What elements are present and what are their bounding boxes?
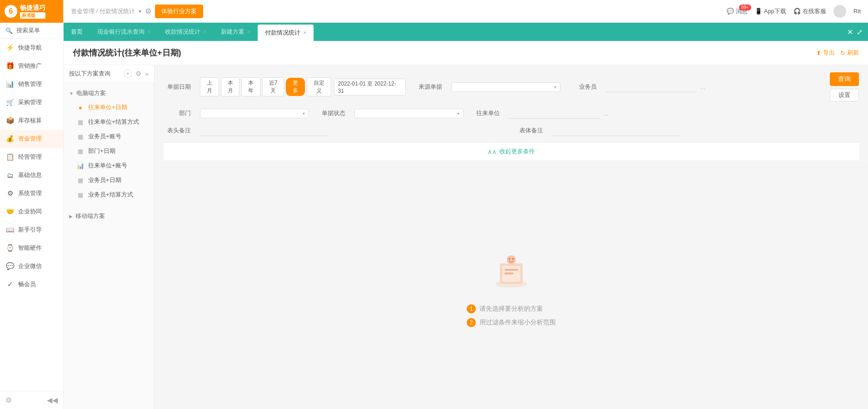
scheme-settings-icon[interactable]: ⚙ bbox=[135, 70, 141, 78]
empty-tip-1: 1 请先选择要分析的方案 bbox=[467, 304, 556, 313]
user-avatar[interactable] bbox=[833, 5, 846, 18]
app-download-btn[interactable]: 📱 App下载 bbox=[755, 7, 786, 15]
sidebar-item-quick-nav[interactable]: ⚡ 快捷导航 bbox=[0, 39, 63, 57]
close-all-tabs-icon[interactable]: ✕ bbox=[847, 28, 853, 36]
sidebar-item-marketing[interactable]: 🎁 营销推广 bbox=[0, 57, 63, 75]
date-range-display[interactable]: 2022-01-01 至 2022-12-31 bbox=[334, 79, 406, 96]
dept-select[interactable]: ▾ bbox=[200, 109, 309, 118]
tab-payment-label: 付款情况统计 bbox=[265, 29, 300, 37]
date-btn-last-month[interactable]: 上月 bbox=[200, 77, 219, 96]
scheme-item-dept-date[interactable]: ▦ 部门+日期 bbox=[64, 144, 154, 158]
sidebar-label-finance: 资金管理 bbox=[18, 135, 42, 143]
date-btn-this-year[interactable]: 本年 bbox=[241, 77, 260, 96]
salesman-dots[interactable]: ... bbox=[700, 84, 705, 91]
message-btn[interactable]: 💬 消息 99+ bbox=[727, 7, 748, 15]
dropdown-arrow-icon[interactable]: ▾ bbox=[139, 8, 141, 15]
source-select-arrow-icon: ▾ bbox=[554, 85, 556, 90]
empty-tips: 1 请先选择要分析的方案 2 用过滤条件来缩小分析范围 bbox=[467, 304, 556, 327]
date-btn-more[interactable]: 更多 bbox=[286, 78, 305, 96]
sidebar-item-purchase[interactable]: 🛒 采购管理 bbox=[0, 93, 63, 111]
tab-bar: 首页 现金银行流水查询 × 收款情况统计 × 新建方案 × 付款情况统计 × ✕… bbox=[64, 23, 868, 41]
online-service-btn[interactable]: 🎧 在线客服 bbox=[793, 7, 826, 15]
scheme-group-mobile: ▶ 移动端方案 bbox=[64, 206, 154, 227]
scheme-item-salesman-date-label: 业务员+日期 bbox=[88, 176, 121, 184]
topbar-settings-icon[interactable]: ⚙ bbox=[145, 7, 151, 15]
refresh-label: 刷新 bbox=[847, 49, 859, 57]
scheme-group-mobile-title[interactable]: ▶ 移动端方案 bbox=[64, 209, 154, 223]
scheme-panel-header: 按以下方案查询 + ⚙ « bbox=[64, 65, 154, 83]
scheme-panel-actions: + ⚙ « bbox=[124, 70, 149, 78]
empty-state: 1 请先选择要分析的方案 2 用过滤条件来缩小分析范围 bbox=[155, 168, 868, 409]
sidebar-item-sales[interactable]: 📊 销售管理 bbox=[0, 75, 63, 93]
breadcrumb: 资金管理 / 付款情况统计 bbox=[71, 7, 135, 15]
salesman-input[interactable] bbox=[606, 81, 697, 92]
hardware-icon: ⌚ bbox=[5, 243, 15, 252]
quick-nav-icon: ⚡ bbox=[5, 43, 15, 52]
sidebar-label-wechat: 企业微信 bbox=[18, 262, 42, 270]
scheme-item-unit-account[interactable]: 📊 往来单位+账号 bbox=[64, 158, 154, 173]
tip-num-2: 2 bbox=[467, 318, 476, 327]
tab-payment[interactable]: 付款情况统计 × bbox=[258, 25, 314, 41]
sidebar-bottom: ⚙ ◀◀ bbox=[0, 391, 63, 409]
sidebar-item-vip[interactable]: ✓ 畅会员 bbox=[0, 275, 63, 293]
tab-receipt-close-icon[interactable]: × bbox=[203, 29, 206, 35]
doc-status-select[interactable]: ▾ bbox=[354, 109, 464, 118]
collapse-filters-btn[interactable]: ∧∧ 收起更多条件 bbox=[164, 142, 859, 160]
collapse-scheme-panel-icon[interactable]: « bbox=[145, 70, 149, 77]
query-btn[interactable]: 查询 bbox=[830, 72, 859, 86]
tab-home[interactable]: 首页 bbox=[64, 23, 90, 41]
service-label: 在线客服 bbox=[803, 7, 826, 15]
scheme-item-salesman-date[interactable]: ▦ 业务员+日期 bbox=[64, 173, 154, 187]
export-btn[interactable]: ⬆ 导出 bbox=[816, 49, 835, 57]
sidebar-label-basic-info: 基础信息 bbox=[18, 171, 42, 179]
sidebar-item-corp-collab[interactable]: 🤝 企业协同 bbox=[0, 202, 63, 221]
sidebar: 6 畅捷通巧 标准版 🔍 搜索菜单 ⚡ 快捷导航 🎁 营销推广 📊 销售管理 🛒… bbox=[0, 0, 64, 409]
topbar-right: 💬 消息 99+ 📱 App下载 🎧 在线客服 Rit bbox=[727, 5, 861, 18]
refresh-btn[interactable]: ↻ 刷新 bbox=[840, 49, 859, 57]
tab-receipt[interactable]: 收款情况统计 × bbox=[158, 23, 214, 41]
tab-new-scheme[interactable]: 新建方案 × bbox=[214, 23, 258, 41]
tab-payment-close-icon[interactable]: × bbox=[303, 30, 306, 36]
add-scheme-btn[interactable]: + bbox=[124, 70, 132, 78]
scheme-item-salesman-account[interactable]: ▦ 业务员+账号 bbox=[64, 129, 154, 144]
search-menu[interactable]: 🔍 搜索菜单 bbox=[0, 23, 63, 39]
header-note-input[interactable] bbox=[200, 125, 327, 136]
source-select[interactable]: ▾ bbox=[451, 82, 560, 92]
scheme-item-unit-settle[interactable]: ▦ 往来单位+结算方式 bbox=[64, 115, 154, 129]
date-btn-this-month[interactable]: 本月 bbox=[221, 77, 240, 96]
date-btn-7days[interactable]: 近7天 bbox=[262, 77, 284, 96]
sidebar-item-wechat[interactable]: 💬 企业微信 bbox=[0, 257, 63, 275]
sidebar-item-inventory[interactable]: 📦 库存核算 bbox=[0, 111, 63, 130]
date-buttons: 上月 本月 本年 近7天 更多 自定义 bbox=[200, 77, 331, 96]
scheme-group-pc-title[interactable]: ▼ 电脑端方案 bbox=[64, 86, 154, 100]
sidebar-item-hardware[interactable]: ⌚ 智能硬件 bbox=[0, 239, 63, 257]
collapse-sidebar-icon[interactable]: ◀◀ bbox=[47, 396, 58, 404]
partner-input[interactable] bbox=[509, 108, 600, 119]
sidebar-item-sys-mgmt[interactable]: ⚙ 系统管理 bbox=[0, 184, 63, 202]
sidebar-item-guide[interactable]: 📖 新手引导 bbox=[0, 221, 63, 239]
expand-tab-icon[interactable]: ⤢ bbox=[857, 28, 863, 36]
tab-bank[interactable]: 现金银行流水查询 × bbox=[90, 23, 158, 41]
filter-settings-btn[interactable]: 设置 bbox=[830, 89, 859, 101]
scheme-group-pc: ▼ 电脑端方案 ● 往来单位+日期 ▦ 往来单位+结算方式 ▦ 业务员+账号 ▦ bbox=[64, 83, 154, 206]
sidebar-item-basic-info[interactable]: 🗂 基础信息 bbox=[0, 166, 63, 184]
marketing-icon: 🎁 bbox=[5, 61, 15, 71]
main-area: 资金管理 / 付款情况统计 ▾ ⚙ 体验行业方案 💬 消息 99+ 📱 App下… bbox=[64, 0, 868, 409]
collapse-label: 收起更多条件 bbox=[499, 147, 535, 156]
settings-bottom-icon[interactable]: ⚙ bbox=[5, 396, 12, 404]
partner-dots[interactable]: ... bbox=[604, 110, 609, 117]
sidebar-item-finance[interactable]: 💰 资金管理 bbox=[0, 130, 63, 148]
scheme-item-salesman-settle[interactable]: ▦ 业务员+结算方式 bbox=[64, 187, 154, 202]
sidebar-label-vip: 畅会员 bbox=[18, 280, 36, 288]
purchase-icon: 🛒 bbox=[5, 98, 15, 107]
date-btn-custom[interactable]: 自定义 bbox=[307, 77, 331, 96]
tip-text-2: 用过滤条件来缩小分析范围 bbox=[479, 318, 556, 327]
tab-new-scheme-close-icon[interactable]: × bbox=[247, 29, 250, 35]
tab-bank-close-icon[interactable]: × bbox=[147, 29, 150, 35]
scheme-item-unit-date[interactable]: ● 往来单位+日期 bbox=[64, 100, 154, 115]
sidebar-item-operations[interactable]: 📋 经营管理 bbox=[0, 148, 63, 166]
filter-results-area: 单据日期 上月 本月 本年 近7天 更多 自定义 2022-01-01 至 20… bbox=[155, 65, 868, 409]
tabs-right-actions: ✕ ⤢ bbox=[847, 28, 868, 36]
trial-btn[interactable]: 体验行业方案 bbox=[155, 5, 203, 18]
body-note-input[interactable] bbox=[552, 125, 679, 136]
